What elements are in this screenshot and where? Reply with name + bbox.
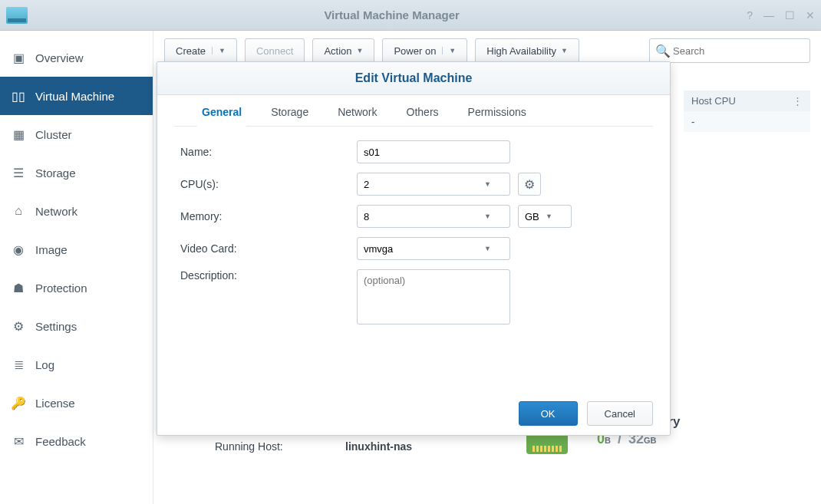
sidebar-item-label: Image (35, 243, 68, 256)
caret-icon: ▼ (357, 47, 364, 54)
sidebar-item-label: Virtual Machine (35, 90, 114, 103)
video-select-value: vmvga (364, 243, 393, 255)
column-header[interactable]: Host CPU ⋮ (684, 91, 810, 111)
maximize-icon[interactable]: ☐ (785, 9, 795, 21)
sidebar-item-virtual-machine[interactable]: ▯▯ Virtual Machine (0, 77, 153, 115)
feedback-icon: ✉ (11, 433, 26, 449)
host-key: Running Host: (215, 440, 345, 453)
network-icon: ⌂ (11, 203, 26, 219)
log-icon: ≣ (11, 357, 26, 372)
cpu-settings-button[interactable]: ⚙ (518, 173, 541, 196)
storage-icon: ☰ (11, 165, 26, 180)
minimize-icon[interactable]: — (763, 9, 774, 21)
cancel-button[interactable]: Cancel (587, 401, 653, 426)
toolbar: Create ▼ Connect Action ▼ Power on ▼ Hig… (164, 38, 810, 63)
video-select[interactable]: vmvga ▼ (357, 237, 510, 260)
cpu-label: CPU(s): (180, 178, 357, 190)
action-button[interactable]: Action ▼ (312, 38, 374, 63)
column-header-label: Host CPU (691, 95, 736, 107)
help-icon[interactable]: ? (747, 9, 753, 21)
video-label: Video Card: (180, 242, 357, 255)
app-icon (6, 7, 28, 24)
cpu-select-value: 2 (364, 179, 369, 190)
sidebar-item-settings[interactable]: ⚙ Settings (0, 307, 153, 345)
search-wrap: 🔍 (649, 38, 810, 63)
cluster-icon: ▦ (11, 127, 26, 142)
tab-general[interactable]: General (197, 103, 246, 126)
cpu-select[interactable]: 2 ▼ (357, 173, 510, 196)
image-icon: ◉ (11, 242, 26, 257)
titlebar: Virtual Machine Manager ? — ☐ ✕ (0, 0, 821, 31)
memory-used-unit: B (605, 436, 611, 445)
sidebar-item-protection[interactable]: ☗ Protection (0, 268, 153, 307)
sidebar-item-network[interactable]: ⌂ Network (0, 192, 153, 230)
caret-icon: ▼ (212, 47, 226, 54)
memory-select[interactable]: 8 ▼ (357, 205, 510, 228)
tab-network[interactable]: Network (333, 103, 381, 126)
connect-button-label: Connect (256, 45, 293, 57)
sidebar-item-overview[interactable]: ▣ Overview (0, 38, 153, 77)
app-title: Virtual Machine Manager (37, 8, 747, 21)
ha-button[interactable]: High Availability ▼ (475, 38, 579, 63)
poweron-button[interactable]: Power on ▼ (382, 38, 467, 63)
search-icon: 🔍 (655, 44, 671, 58)
dialog-footer: OK Cancel (157, 392, 670, 435)
dialog-tabs: General Storage Network Others Permissio… (174, 95, 653, 127)
edit-vm-dialog: Edit Virtual Machine General Storage Net… (157, 61, 671, 436)
name-label: Name: (180, 146, 357, 158)
memory-total-unit: GB (644, 436, 657, 445)
sidebar: ▣ Overview ▯▯ Virtual Machine ▦ Cluster … (0, 31, 153, 504)
sidebar-item-label: Log (35, 358, 54, 371)
ha-button-label: High Availability (486, 45, 556, 57)
sidebar-item-label: License (35, 397, 75, 410)
sidebar-item-license[interactable]: 🔑 License (0, 384, 153, 422)
caret-icon: ▼ (484, 180, 491, 188)
description-textarea[interactable] (357, 269, 510, 324)
memory-select-value: 8 (364, 211, 369, 222)
caret-icon: ▼ (484, 212, 491, 220)
column-menu-icon[interactable]: ⋮ (793, 95, 803, 107)
host-cpu-column: Host CPU ⋮ - (684, 91, 810, 132)
poweron-button-label: Power on (394, 45, 436, 57)
sidebar-item-label: Storage (35, 166, 76, 180)
sidebar-item-label: Overview (35, 51, 84, 64)
tab-storage[interactable]: Storage (266, 103, 313, 126)
dialog-title: Edit Virtual Machine (157, 62, 670, 95)
name-input[interactable] (357, 140, 510, 163)
tab-permissions[interactable]: Permissions (463, 103, 531, 126)
create-button-label: Create (176, 45, 206, 57)
sidebar-item-cluster[interactable]: ▦ Cluster (0, 115, 153, 153)
create-button[interactable]: Create ▼ (164, 38, 237, 63)
gear-icon: ⚙ (524, 177, 535, 192)
description-label: Description: (180, 269, 357, 282)
vm-icon: ▯▯ (11, 88, 26, 104)
sidebar-item-feedback[interactable]: ✉ Feedback (0, 422, 153, 460)
caret-icon: ▼ (546, 212, 552, 220)
sidebar-item-label: Cluster (35, 128, 72, 141)
sidebar-item-label: Protection (35, 282, 87, 295)
caret-icon: ▼ (561, 47, 568, 54)
tab-others[interactable]: Others (402, 103, 443, 126)
host-value: linuxhint-nas (345, 440, 412, 453)
memory-unit-value: GB (525, 211, 539, 222)
settings-icon: ⚙ (11, 318, 26, 334)
sidebar-item-label: Feedback (35, 435, 86, 448)
sidebar-item-image[interactable]: ◉ Image (0, 230, 153, 268)
search-input[interactable] (649, 38, 810, 63)
protection-icon: ☗ (11, 280, 26, 295)
caret-icon: ▼ (484, 245, 491, 252)
memory-label: Memory: (180, 210, 357, 222)
overview-icon: ▣ (11, 50, 26, 65)
window-controls: ? — ☐ ✕ (747, 9, 815, 21)
sidebar-item-storage[interactable]: ☰ Storage (0, 153, 153, 192)
dialog-body: Name: CPU(s): 2 ▼ ⚙ Memory: 8 ▼ GB ▼ (157, 127, 670, 392)
license-icon: 🔑 (11, 395, 26, 410)
sidebar-item-label: Network (35, 205, 77, 218)
sidebar-item-log[interactable]: ≣ Log (0, 345, 153, 384)
connect-button[interactable]: Connect (245, 38, 305, 63)
memory-unit-select[interactable]: GB ▼ (518, 205, 572, 228)
ok-button[interactable]: OK (519, 401, 578, 426)
caret-icon: ▼ (442, 47, 456, 54)
close-icon[interactable]: ✕ (806, 9, 815, 21)
action-button-label: Action (324, 45, 351, 57)
